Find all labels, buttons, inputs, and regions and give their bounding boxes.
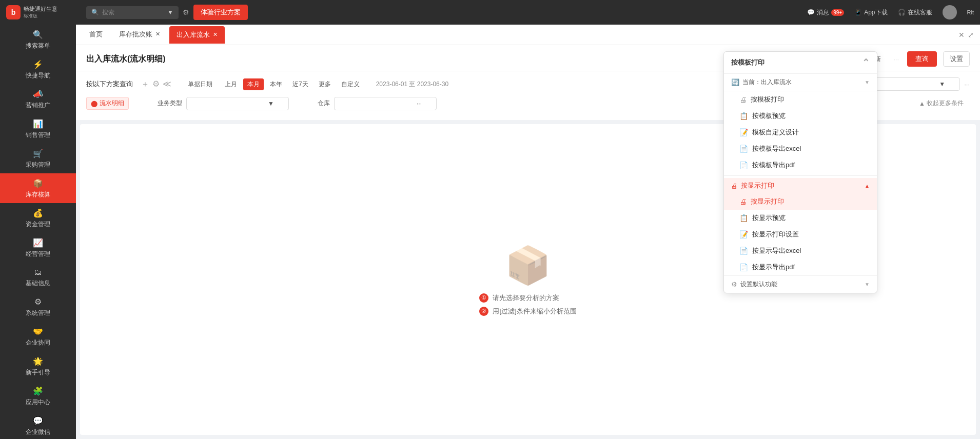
dd-display-settings[interactable]: 📝 按显示打印设置 — [724, 226, 877, 243]
date-btn-custom[interactable]: 自定义 — [337, 78, 364, 90]
sidebar-label-sales: 销售管理 — [26, 131, 50, 139]
coop-icon: 🤝 — [33, 327, 43, 336]
query-btn[interactable]: 查询 — [907, 51, 937, 67]
dd-template-print[interactable]: 🖨 按模板打印 — [724, 91, 877, 108]
type-more-icon[interactable]: ··· — [964, 81, 970, 88]
message-item[interactable]: 💬 消息 99+ — [807, 8, 844, 17]
sidebar-item-inventory[interactable]: 📦 库存核算 — [0, 173, 76, 203]
sidebar-item-shortcut[interactable]: ⚡ 快捷导航 — [0, 54, 76, 84]
date-btn-last-month[interactable]: 上月 — [221, 78, 241, 90]
dd-template-preview[interactable]: 📋 按模板预览 — [724, 108, 877, 124]
message-icon: 💬 — [807, 9, 815, 16]
maximize-window-icon[interactable]: ⤢ — [968, 31, 974, 39]
top-search-bar[interactable]: 🔍 搜索 ▼ — [86, 6, 179, 19]
sidebar-label-basic: 基础信息 — [26, 279, 50, 288]
date-btn-more[interactable]: 更多 — [315, 78, 335, 90]
sidebar-item-marketing[interactable]: 📣 营销推广 — [0, 84, 76, 114]
filter-settings-icon[interactable]: ⚙ — [152, 79, 160, 90]
current-label: 当前：出入库流水 — [742, 78, 792, 87]
sidebar-item-apps[interactable]: 🧩 应用中心 — [0, 381, 76, 411]
dropdown-header: 按模板打印 ⌃ — [724, 52, 877, 74]
settings-btn[interactable]: 设置 — [943, 51, 970, 67]
dd-pdf-icon-1: 📄 — [739, 161, 748, 169]
shortcut-icon: ⚡ — [33, 59, 43, 69]
trial-button[interactable]: 体验行业方案 — [193, 5, 248, 20]
avatar[interactable] — [943, 5, 957, 19]
dd-pdf-icon-2: 📄 — [739, 263, 748, 271]
dd-template-pdf[interactable]: 📄 按模板导出pdf — [724, 157, 877, 173]
dropdown-arrow: ▼ — [167, 9, 173, 16]
current-icon: 🔄 — [731, 78, 739, 86]
message-badge: 99+ — [831, 9, 844, 16]
filter-collapse-icon[interactable]: ≪ — [163, 79, 171, 90]
collapse-label: 收起更多条件 — [927, 99, 964, 108]
basic-icon: 🗂 — [34, 268, 42, 277]
display-print-section-header[interactable]: 🖨 按显示打印 ▲ — [724, 178, 877, 193]
sidebar-item-wechat[interactable]: 💬 企业微信 — [0, 411, 76, 439]
logo-area: b 畅捷通好生意 标准版 — [6, 5, 82, 19]
dropdown-close-icon[interactable]: ⌃ — [862, 57, 870, 68]
sidebar-label-guide: 新手引导 — [26, 368, 50, 377]
biz-select-arrow: ▼ — [268, 100, 274, 107]
system-icon: ⚙ — [34, 297, 42, 307]
sidebar-label-inventory: 库存核算 — [26, 190, 50, 199]
online-service-item[interactable]: 🎧 在线客服 — [898, 8, 932, 17]
date-btn-this-year[interactable]: 本年 — [266, 78, 286, 90]
dd-template-excel[interactable]: 📄 按模板导出excel — [724, 141, 877, 157]
dd-edit-icon: 📝 — [739, 128, 748, 136]
collapse-btn[interactable]: ▲ 收起更多条件 — [913, 96, 970, 111]
operations-icon: 📈 — [33, 238, 43, 248]
dd-footer-label: 设置默认功能 — [740, 280, 777, 289]
dd-display-pdf[interactable]: 📄 按显示导出pdf — [724, 259, 877, 275]
sidebar-label-system: 系统管理 — [26, 309, 50, 317]
dd-display-print[interactable]: 🖨 按显示打印 — [724, 193, 877, 210]
sidebar-item-guide[interactable]: 🌟 新手引导 — [0, 351, 76, 381]
warehouse-select[interactable]: ··· — [334, 97, 437, 110]
tab-flow[interactable]: 出入库流水 ✕ — [169, 26, 225, 44]
sidebar-item-basic[interactable]: 🗂 基础信息 — [0, 263, 76, 292]
flow-detail-tag[interactable]: ⬤ 流水明细 — [86, 97, 129, 110]
sidebar-item-purchase[interactable]: 🛒 采购管理 — [0, 144, 76, 173]
sidebar-label-search: 搜索菜单 — [26, 42, 50, 50]
sidebar-item-search[interactable]: 🔍 搜索菜单 — [0, 25, 76, 54]
marketing-icon: 📣 — [33, 89, 43, 99]
empty-illustration: 📦 — [505, 244, 551, 287]
dd-eye-icon-1: 📋 — [739, 112, 748, 120]
dd-excel-icon-1: 📄 — [739, 145, 748, 153]
header-right: 💬 消息 99+ 📱 App下载 🎧 在线客服 Rit — [807, 5, 974, 19]
dropdown-footer[interactable]: ⚙ 设置默认功能 ▼ — [724, 275, 877, 293]
sidebar-label-finance: 资金管理 — [26, 220, 50, 229]
top-header: b 畅捷通好生意 标准版 🔍 搜索 ▼ ⚙ 体验行业方案 💬 消息 99+ 📱 … — [0, 0, 980, 25]
sidebar-item-coop[interactable]: 🤝 企业协同 — [0, 322, 76, 351]
display-section-chevron: ▲ — [865, 183, 870, 189]
dd-eye-icon-2: 📋 — [739, 214, 748, 222]
dd-display-excel[interactable]: 📄 按显示导出excel — [724, 243, 877, 259]
tab-bar: 首页 库存批次账 ✕ 出入库流水 ✕ ✕ ⤢ — [76, 25, 980, 45]
current-arrow: ▼ — [865, 79, 870, 85]
dd-display-preview[interactable]: 📋 按显示预览 — [724, 210, 877, 226]
tab-flow-close[interactable]: ✕ — [213, 31, 218, 38]
dd-template-custom[interactable]: 📝 模板自定义设计 — [724, 124, 877, 141]
dropdown-divider — [724, 175, 877, 176]
divider2: ··· — [893, 55, 899, 63]
logo-icon: b — [6, 5, 21, 19]
step-num-1: ① — [479, 293, 488, 303]
sidebar-item-system[interactable]: ⚙ 系统管理 — [0, 292, 76, 322]
filter-add-icon[interactable]: ＋ — [141, 79, 149, 90]
tab-batch[interactable]: 库存批次账 ✕ — [112, 26, 167, 44]
dd-printer-icon-3: 🖨 — [739, 197, 747, 206]
sidebar-item-sales[interactable]: 📊 销售管理 — [0, 114, 76, 144]
sidebar-item-finance[interactable]: 💰 资金管理 — [0, 203, 76, 233]
sidebar-item-operations[interactable]: 📈 经营管理 — [0, 233, 76, 263]
date-btn-this-month[interactable]: 本月 — [243, 78, 264, 90]
tab-batch-close[interactable]: ✕ — [155, 31, 160, 37]
biz-type-select[interactable]: ▼ — [186, 97, 289, 110]
settings-icon[interactable]: ⚙ — [183, 8, 189, 16]
guide-icon: 🌟 — [33, 356, 43, 366]
date-btn-7days[interactable]: 近7天 — [288, 78, 312, 90]
app-download-item[interactable]: 📱 App下载 — [854, 8, 887, 17]
page-title: 出入库流水(流水明细) — [86, 54, 166, 65]
tab-home[interactable]: 首页 — [82, 26, 110, 44]
close-window-icon[interactable]: ✕ — [958, 31, 965, 39]
search-icon: 🔍 — [91, 9, 99, 16]
